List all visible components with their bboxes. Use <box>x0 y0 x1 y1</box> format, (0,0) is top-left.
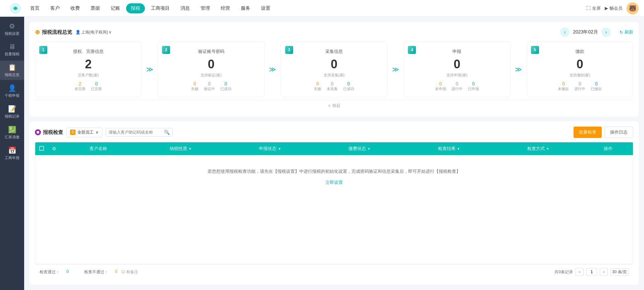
refresh-button[interactable]: ↻ 刷新 <box>620 29 633 35</box>
svg-point-1 <box>14 7 16 9</box>
total-records: 共0条记录 <box>554 269 573 275</box>
check-table: ⚙ 客户名称 纳税性质▼ 申报状态▼ <box>35 142 633 192</box>
nav-right-area: ⛶ 全屏 ▶ 畅会员 🐻 <box>586 2 639 14</box>
search-box: 🔍 <box>106 128 173 137</box>
nav-home[interactable]: 首页 <box>25 3 44 13</box>
prev-month-button[interactable]: ‹ <box>560 27 570 37</box>
sidebar-item-tax-records[interactable]: 📝 报税记录 <box>0 102 24 122</box>
nav-invoices[interactable]: 票据 <box>86 3 105 13</box>
app-logo <box>5 2 25 14</box>
pagination: 共0条记录 ‹ › 30 条/页 <box>554 268 629 276</box>
location-selector[interactable]: 👤 上海(电子税局) ∨ <box>75 29 112 35</box>
operation-log-button[interactable]: 操作日志 <box>604 127 633 138</box>
check-result-filter-icon: ▼ <box>457 147 460 151</box>
note-label: ☑ 有备注 <box>121 269 138 275</box>
tax-type-filter-icon: ▼ <box>189 147 192 151</box>
sidebar-item-annual-tax[interactable]: 💹 汇算清缴 <box>0 123 24 142</box>
annual-tax-icon: 💹 <box>8 126 16 134</box>
check-title-icon <box>35 129 41 135</box>
nav-business[interactable]: 工商项目 <box>146 3 174 13</box>
step-card-3: 3 采集信息 0 支持采集(家) 0 失败 0 未采集 <box>281 42 387 97</box>
user-avatar[interactable]: 🐻 <box>627 2 639 14</box>
month-navigation: ‹ 2023年02月 › <box>560 27 611 37</box>
step-card-2: 2 验证账号密码 0 支持验证(家) 0 失败 0 验证中 <box>158 42 264 97</box>
nav-accounting[interactable]: 记账 <box>106 3 125 13</box>
vip-icon: ▶ <box>605 6 608 11</box>
payment-status-header[interactable]: 缴费状态▼ <box>315 142 405 155</box>
next-page-button[interactable]: › <box>600 268 608 276</box>
fail-count[interactable]: 0 <box>115 269 117 275</box>
first-page-button[interactable]: ‹ <box>576 268 584 276</box>
refresh-icon: ↻ <box>620 30 623 35</box>
panel-header: ⊕ 报税流程总览 👤 上海(电子税局) ∨ ‹ 2023年02月 › ↻ 刷新 <box>35 27 633 37</box>
search-input[interactable] <box>109 130 164 135</box>
page-number-input[interactable] <box>586 268 597 276</box>
nav-tax[interactable]: 报税 <box>126 3 145 13</box>
sidebar-item-annual-report[interactable]: 📅 工商年报 <box>0 144 24 163</box>
annual-report-icon: 📅 <box>8 146 16 154</box>
next-month-button[interactable]: › <box>601 27 611 37</box>
tax-settings-icon: ⚙ <box>9 22 15 30</box>
collapse-button[interactable]: ∧ 收起 <box>35 100 633 111</box>
nav-clients[interactable]: 客户 <box>46 3 64 13</box>
operation-header: 操作 <box>583 142 633 155</box>
nav-menu: 首页 客户 收费 票据 记账 报税 工商项目 消息 管理 经营 服务 设置 <box>25 3 586 13</box>
tax-overview-icon: 📋 <box>8 63 16 71</box>
empty-state: 若您想使用报税检查功能，请先在【报税设置】中进行报税的初始化设置，完成密码验证和… <box>35 155 633 192</box>
nav-messages[interactable]: 消息 <box>176 3 195 13</box>
content-area: ⊕ 报税流程总览 👤 上海(电子税局) ∨ ‹ 2023年02月 › ↻ 刷新 <box>24 17 644 290</box>
step-card-4: 4 申报 0 支持申报(家) 0 未申报 0 进行中 <box>404 42 510 97</box>
employee-selector[interactable]: 员 全部员工 ∨ <box>66 128 102 137</box>
check-result-header[interactable]: 检查结果▼ <box>404 142 494 155</box>
batch-check-button[interactable]: 批量检查 <box>574 127 602 138</box>
table-footer: 检查通过： 0 检查不通过： 0 ☑ 有备注 共0条记录 ‹ › 30 条/页 <box>35 264 633 279</box>
check-title: 报税检查 <box>35 129 63 136</box>
nav-services[interactable]: 服务 <box>236 3 255 13</box>
nav-fees[interactable]: 收费 <box>66 3 85 13</box>
arrow-4-5: ≫ <box>511 65 527 73</box>
pass-label: 检查通过： <box>40 269 60 275</box>
employee-icon: 员 <box>70 130 75 135</box>
page-size-selector[interactable]: 30 条/页 <box>610 268 629 276</box>
check-method-header[interactable]: 检查方式▼ <box>494 142 583 155</box>
sidebar-item-personal-tax[interactable]: 👤 个税申报 <box>0 81 24 101</box>
tax-type-header[interactable]: 纳税性质▼ <box>136 142 225 155</box>
check-method-filter-icon: ▼ <box>546 147 549 151</box>
employee-chevron-icon: ∨ <box>96 130 99 135</box>
check-header: 报税检查 员 全部员工 ∨ 🔍 批量检查 操作日志 <box>35 127 633 138</box>
table-settings-icon[interactable]: ⚙ <box>52 146 56 151</box>
sidebar-item-tax-settings[interactable]: ⚙ 报税设置 <box>0 19 24 39</box>
data-table: ⚙ 客户名称 纳税性质▼ 申报状态▼ <box>35 142 633 264</box>
empty-state-cell: 若您想使用报税检查功能，请先在【报税设置】中进行报税的初始化设置，完成密码验证和… <box>35 155 633 192</box>
chevron-down-icon: ∨ <box>109 30 112 34</box>
select-all-header[interactable] <box>35 142 48 155</box>
settings-header[interactable]: ⚙ <box>48 142 60 155</box>
sidebar-item-tax-overview[interactable]: 📋 报税总览 <box>0 61 24 80</box>
steps-row: 1 授权、完善信息 2 总客户数(家) 2 未完善 0 已完善 <box>35 42 633 97</box>
nav-management[interactable]: 管理 <box>196 3 215 13</box>
nav-operations[interactable]: 经营 <box>216 3 235 13</box>
select-all-checkbox[interactable] <box>39 146 44 151</box>
setup-link[interactable]: 立即设置 <box>325 180 343 185</box>
current-month: 2023年02月 <box>573 29 598 35</box>
nav-settings[interactable]: 设置 <box>256 3 275 13</box>
sidebar-item-batch-tax[interactable]: 🖥 批量报税 <box>0 40 24 59</box>
fullscreen-icon: ⛶ <box>586 6 591 11</box>
tax-records-icon: 📝 <box>8 105 16 113</box>
fullscreen-button[interactable]: ⛶ 全屏 <box>586 5 601 11</box>
check-panel: 报税检查 员 全部员工 ∨ 🔍 批量检查 操作日志 <box>30 121 639 285</box>
location-icon: 👤 <box>75 30 80 34</box>
panel-title: ⊕ 报税流程总览 <box>35 28 72 36</box>
arrow-2-3: ≫ <box>265 65 281 73</box>
vip-button[interactable]: ▶ 畅会员 <box>605 5 623 11</box>
pass-count[interactable]: 0 <box>66 269 69 275</box>
main-layout: ⚙ 报税设置 🖥 批量报税 📋 报税总览 👤 个税申报 📝 报税记录 💹 汇算清… <box>0 17 644 290</box>
client-name-header: 客户名称 <box>60 142 136 155</box>
declaration-filter-icon: ▼ <box>278 147 281 151</box>
collapse-icon: ∧ <box>328 103 332 108</box>
batch-tax-icon: 🖥 <box>9 43 15 51</box>
declaration-status-header[interactable]: 申报状态▼ <box>225 142 315 155</box>
overview-panel: ⊕ 报税流程总览 👤 上海(电子税局) ∨ ‹ 2023年02月 › ↻ 刷新 <box>30 22 639 117</box>
arrow-1-2: ≫ <box>142 65 158 73</box>
search-icon[interactable]: 🔍 <box>164 130 170 135</box>
